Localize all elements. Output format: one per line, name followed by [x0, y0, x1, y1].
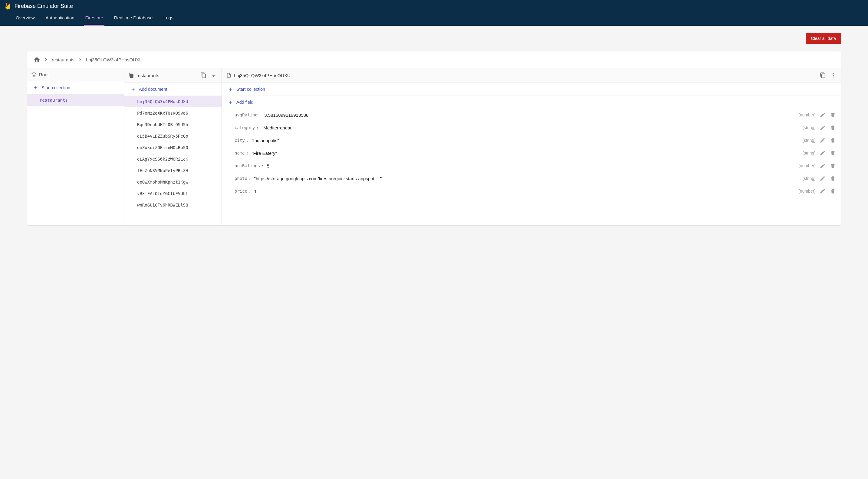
delete-icon[interactable]	[830, 162, 836, 169]
filter-icon[interactable]	[210, 72, 217, 79]
start-collection-button[interactable]: Start collection	[27, 81, 124, 94]
field-colon: :	[248, 176, 251, 181]
breadcrumb-item[interactable]: restaurants	[52, 57, 74, 62]
edit-icon[interactable]	[819, 137, 826, 144]
document-icon	[226, 73, 231, 78]
document-item[interactable]: vBXfFAzOfqYGCfbFVULl	[124, 188, 221, 199]
svg-point-0	[833, 73, 834, 74]
collection-item[interactable]: restaurants	[27, 94, 124, 106]
field-value: 3.5816899119913588	[264, 112, 795, 117]
delete-icon[interactable]	[830, 175, 836, 182]
field-row: avgRating:3.5816899119913588(number)	[222, 109, 841, 121]
field-row: photo:https://storage.googleapis.com/fir…	[222, 172, 841, 185]
firestore-card: restaurants Lnj35QLQW3x4PHosOUXU Root	[27, 51, 841, 226]
nav-tab-overview[interactable]: Overview	[11, 10, 40, 26]
root-panel: Root Start collection restaurants	[27, 68, 124, 225]
copy-icon[interactable]	[819, 72, 827, 79]
add-field-button[interactable]: Add field	[222, 96, 841, 109]
fields-panel-header: Lnj35QLQW3x4PHosOUXU	[222, 68, 841, 83]
field-key: city	[235, 138, 245, 143]
field-key: photo	[235, 176, 247, 181]
field-actions	[819, 175, 836, 182]
document-item[interactable]: Pd7oNz2eXKxTQsKO9va6	[124, 107, 221, 119]
field-type: (string)	[802, 125, 816, 130]
documents-panel-header: restaurants	[124, 68, 221, 83]
database-icon	[31, 72, 37, 77]
document-item[interactable]: wnRoGUiCTv6hRBWELl9Q	[124, 199, 221, 211]
field-colon: :	[246, 150, 248, 156]
start-subcollection-button[interactable]: Start collection	[222, 83, 841, 96]
field-key: avgRating	[235, 112, 257, 117]
delete-icon[interactable]	[830, 111, 836, 118]
app-title: Firebase Emulator Suite	[14, 3, 73, 9]
field-row: category:Mediterranean(string)	[222, 121, 841, 134]
document-item[interactable]: Lnj35QLQW3x4PHosOUXU	[124, 96, 221, 107]
document-item[interactable]: dL5B4vLDZZubSRy5PeQp	[124, 130, 221, 142]
delete-icon[interactable]	[830, 150, 836, 156]
fields-panel: Lnj35QLQW3x4PHosOUXU Start collection	[222, 68, 841, 225]
collection-title: restaurants	[136, 73, 159, 78]
document-item[interactable]: qpOwXmohoMhKpnzt1Kgw	[124, 176, 221, 188]
delete-icon[interactable]	[830, 124, 836, 131]
field-type: (string)	[802, 138, 816, 143]
field-row: city:Indianapolis(string)	[222, 134, 841, 147]
field-colon: :	[261, 163, 264, 168]
nav-tab-realtime-database[interactable]: Realtime Database	[109, 10, 158, 26]
document-item[interactable]: Rqq3DcuUdHTsOBfOSd5h	[124, 119, 221, 130]
field-value: 1	[254, 189, 796, 194]
add-document-label: Add document	[139, 87, 167, 92]
document-item[interactable]: eLAgYxeSS6k2zWORiLcK	[124, 153, 221, 165]
field-value: Mediterranean	[262, 125, 800, 130]
documents-panel: restaurants Add document Lnj35QLQW3x4PH	[124, 68, 222, 225]
plus-icon	[33, 85, 38, 91]
plus-icon	[228, 100, 234, 105]
chevron-right-icon	[78, 57, 83, 62]
chevron-right-icon	[43, 57, 49, 62]
nav-tab-logs[interactable]: Logs	[159, 10, 178, 26]
document-item[interactable]: dnZokuiZOEmrnMOcBpSO	[124, 142, 221, 153]
more-vert-icon[interactable]	[830, 72, 837, 79]
add-document-button[interactable]: Add document	[124, 83, 221, 96]
delete-icon[interactable]	[830, 137, 836, 144]
field-colon: :	[256, 125, 258, 130]
document-list: Lnj35QLQW3x4PHosOUXUPd7oNz2eXKxTQsKO9va6…	[124, 96, 221, 211]
field-actions	[819, 150, 836, 156]
field-row: name:Fire Eatery(string)	[222, 147, 841, 159]
clear-all-data-button[interactable]: Clear all data	[806, 33, 842, 44]
nav-tabs: OverviewAuthenticationFirestoreRealtime …	[0, 10, 868, 26]
field-list: avgRating:3.5816899119913588(number)cate…	[222, 109, 841, 198]
field-actions	[819, 162, 836, 169]
card-wrap: restaurants Lnj35QLQW3x4PHosOUXU Root	[0, 44, 868, 238]
edit-icon[interactable]	[819, 188, 826, 195]
edit-icon[interactable]	[819, 124, 826, 131]
nav-tab-authentication[interactable]: Authentication	[41, 10, 79, 26]
breadcrumb-item[interactable]: Lnj35QLQW3x4PHosOUXU	[86, 57, 143, 62]
data-browser: Root Start collection restaurants	[27, 68, 841, 225]
field-actions	[819, 137, 836, 144]
edit-icon[interactable]	[819, 150, 826, 156]
field-row: price:1(number)	[222, 185, 841, 198]
delete-icon[interactable]	[830, 188, 836, 195]
field-value: Fire Eatery	[251, 150, 799, 156]
field-key: category	[235, 125, 255, 130]
copy-icon[interactable]	[200, 72, 207, 79]
edit-icon[interactable]	[819, 111, 826, 118]
field-actions	[819, 111, 836, 118]
field-type: (number)	[798, 112, 816, 117]
plus-icon	[228, 87, 234, 92]
edit-icon[interactable]	[819, 162, 826, 169]
svg-point-1	[833, 75, 834, 76]
document-item[interactable]: fEcZoNSVMNoPefyPBLZH	[124, 165, 221, 176]
field-key: price	[235, 189, 247, 194]
field-colon: :	[259, 112, 261, 117]
app-header: Firebase Emulator Suite OverviewAuthenti…	[0, 0, 868, 26]
edit-icon[interactable]	[819, 175, 826, 182]
document-title: Lnj35QLQW3x4PHosOUXU	[234, 73, 290, 78]
home-icon[interactable]	[34, 56, 40, 63]
field-key: numRatings	[235, 163, 260, 168]
field-value: 5	[267, 163, 795, 168]
nav-tab-firestore[interactable]: Firestore	[81, 10, 108, 26]
field-value: https://storage.googleapis.com/firestore…	[254, 176, 800, 181]
breadcrumb: restaurants Lnj35QLQW3x4PHosOUXU	[27, 52, 841, 68]
field-type: (number)	[798, 163, 816, 168]
